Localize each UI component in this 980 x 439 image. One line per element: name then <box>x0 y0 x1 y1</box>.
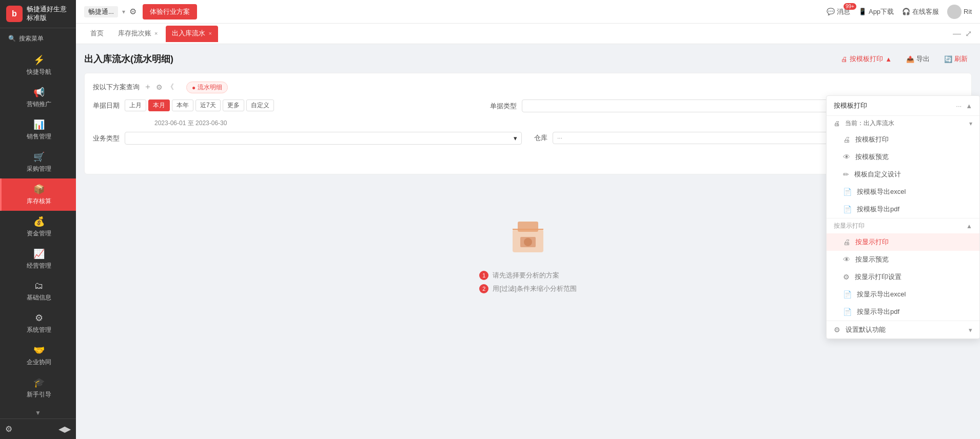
current-label-text: 当前：出入库流水 <box>845 119 894 128</box>
user-avatar <box>947 5 962 19</box>
tab-batch-close-icon[interactable]: × <box>154 30 158 36</box>
date-more-btn[interactable]: 更多 <box>223 99 244 111</box>
step2-num: 2 <box>479 284 488 293</box>
dropdown-item-template-print[interactable]: 🖨 按模板打印 <box>827 131 979 148</box>
online-service-btn[interactable]: 🎧 在线客服 <box>902 7 939 16</box>
export-btn[interactable]: 📤 导出 <box>902 52 934 66</box>
sidebar-item-guide[interactable]: 🎓 新手引导 <box>0 372 76 404</box>
tab-expand-icon[interactable]: ⤢ <box>965 29 972 38</box>
dropdown-item-template-pdf[interactable]: 📄 按模板导出pdf <box>827 201 979 218</box>
display-preview-label: 按显示预览 <box>855 255 889 264</box>
dropdown-item-display-excel[interactable]: 📄 按显示导出excel <box>827 286 979 303</box>
doc-type-label: 单据类型 <box>490 102 517 111</box>
tab-bar-right: — ⤢ <box>953 29 972 38</box>
dropdown-collapse-icon[interactable]: ▲ <box>966 102 972 110</box>
search-icon: 🔍 <box>8 35 16 42</box>
filter-tag-icon: ● <box>192 84 195 91</box>
printer-small-icon: 🖨 <box>834 120 840 127</box>
default-func-label: 设置默认功能 <box>846 325 886 334</box>
filter-settings-btn[interactable]: ⚙ <box>156 83 163 91</box>
sidebar-item-quick-nav[interactable]: ⚡ 快捷导航 <box>0 49 76 82</box>
tab-batch-account[interactable]: 库存批次账 × <box>112 26 164 42</box>
basic-info-icon: 🗂 <box>34 281 44 291</box>
sidebar-search-area[interactable]: 🔍 搜索菜单 <box>0 28 76 49</box>
empty-illustration <box>502 211 554 263</box>
template-preview-label: 按模板预览 <box>855 152 889 162</box>
dropdown-display-section: 按显示打印 ▲ <box>827 218 979 233</box>
dropdown-item-template-excel[interactable]: 📄 按模板导出excel <box>827 183 979 201</box>
date-this-month-btn[interactable]: 本月 <box>148 99 170 111</box>
refresh-btn[interactable]: 🔄 刷新 <box>940 52 972 66</box>
print-template-btn[interactable]: 🖨 按模板打印 ▲ <box>837 52 896 66</box>
dropdown-item-display-pdf[interactable]: 📄 按显示导出pdf <box>827 303 979 321</box>
current-label-arrow[interactable]: ▾ <box>969 120 972 127</box>
user-name-label: Rit <box>964 8 972 15</box>
filter-scheme-label: 按以下方案查询 <box>93 83 140 92</box>
dropdown-item-display-settings[interactable]: ⚙ 按显示打印设置 <box>827 268 979 286</box>
app-title: 畅捷通好生意 <box>27 5 67 14</box>
date-label: 单据日期 <box>93 101 120 110</box>
tab-home[interactable]: 首页 <box>84 26 110 42</box>
page-actions: 🖨 按模板打印 ▲ 📤 导出 🔄 刷新 <box>837 52 972 66</box>
search-menu-btn[interactable]: 🔍 搜索菜单 <box>5 32 71 45</box>
topbar-gear-icon[interactable]: ⚙ <box>129 7 136 16</box>
dropdown-title: 按模板打印 <box>834 101 867 110</box>
topbar-dropdown-icon[interactable]: ▾ <box>122 8 125 15</box>
date-7days-btn[interactable]: 近7天 <box>195 99 221 111</box>
display-section-collapse[interactable]: ▲ <box>966 223 972 230</box>
trial-btn[interactable]: 体验行业方案 <box>143 4 197 19</box>
step1-num: 1 <box>479 271 488 280</box>
date-this-year-btn[interactable]: 本年 <box>172 99 193 111</box>
sidebar-item-label: 基础信息 <box>27 293 51 302</box>
settings-bottom-icon[interactable]: ⚙ <box>5 424 12 434</box>
display-excel-icon: 📄 <box>843 290 852 298</box>
date-custom-btn[interactable]: 自定义 <box>246 99 274 111</box>
sidebar-item-label: 系统管理 <box>27 326 51 334</box>
add-filter-btn[interactable]: ＋ <box>144 82 152 92</box>
sidebar-item-sales[interactable]: 📊 销售管理 <box>0 114 76 146</box>
app-logo-text: 畅捷通好生意 标准版 <box>27 5 67 23</box>
collapse-sidebar-icon[interactable]: ◀▶ <box>58 424 71 434</box>
tab-minimize-icon[interactable]: — <box>953 29 961 38</box>
sidebar-item-basic-info[interactable]: 🗂 基础信息 <box>0 275 76 307</box>
tab-inout-flow[interactable]: 出入库流水 × <box>166 26 218 42</box>
sidebar-item-marketing[interactable]: 📢 营销推广 <box>0 82 76 114</box>
step1-text: 请先选择要分析的方案 <box>493 271 559 280</box>
sidebar-item-finance[interactable]: 💰 资金管理 <box>0 211 76 243</box>
display-pdf-icon: 📄 <box>843 308 852 316</box>
sidebar-item-purchase[interactable]: 🛒 采购管理 <box>0 146 76 178</box>
app-download-btn[interactable]: 📱 App下载 <box>858 7 894 16</box>
filter-collapse-btn[interactable]: 《 <box>167 83 174 92</box>
app-logo-icon: b <box>6 6 23 22</box>
biz-type-select[interactable]: ▾ <box>125 132 522 145</box>
doc-type-select[interactable]: ▾ <box>522 99 875 112</box>
sidebar-nav: ⚡ 快捷导航 📢 营销推广 📊 销售管理 🛒 采购管理 📦 库存核算 💰 资金管… <box>0 49 76 407</box>
active-filter-tag[interactable]: ● 流水明细 <box>186 82 228 93</box>
warehouse-placeholder: ··· <box>557 134 562 142</box>
sidebar-item-system[interactable]: ⚙ 系统管理 <box>0 307 76 340</box>
topbar: 畅捷通... ▾ ⚙ 体验行业方案 💬 消息 99+ 📱 App下载 🎧 在线客… <box>76 0 980 24</box>
message-btn[interactable]: 💬 消息 99+ <box>827 7 850 16</box>
svg-point-3 <box>524 238 532 246</box>
sidebar-item-operations[interactable]: 📈 经营管理 <box>0 243 76 275</box>
dropdown-more-icon[interactable]: ··· <box>956 102 962 110</box>
sidebar-item-inventory[interactable]: 📦 库存核算 <box>0 178 76 211</box>
doc-type-filter-group: 单据类型 ▾ <box>490 99 875 112</box>
purchase-icon: 🛒 <box>33 151 45 163</box>
display-excel-label: 按显示导出excel <box>857 290 906 299</box>
biz-type-label: 业务类型 <box>93 134 120 143</box>
headset-icon: 🎧 <box>902 8 910 15</box>
dropdown-item-display-print[interactable]: 🖨 按显示打印 <box>827 233 979 251</box>
sidebar-item-cooperation[interactable]: 🤝 企业协同 <box>0 340 76 372</box>
tab-inout-close-icon[interactable]: × <box>208 30 211 36</box>
user-avatar-area[interactable]: Rit <box>947 5 972 19</box>
dropdown-item-template-custom[interactable]: ✏ 模板自定义设计 <box>827 166 979 183</box>
dropdown-default-func[interactable]: ⚙ 设置默认功能 ▾ <box>827 321 979 338</box>
dropdown-item-template-preview[interactable]: 👁 按模板预览 <box>827 148 979 166</box>
template-print-icon: 🖨 <box>843 135 850 144</box>
dropdown-item-display-preview[interactable]: 👁 按显示预览 <box>827 251 979 268</box>
empty-step-2: 2 用[过滤]条件来缩小分析范围 <box>479 284 576 293</box>
biz-type-filter-group: 业务类型 ▾ <box>93 132 522 145</box>
export-icon: 📤 <box>906 55 914 63</box>
date-last-month-btn[interactable]: 上月 <box>125 99 146 111</box>
